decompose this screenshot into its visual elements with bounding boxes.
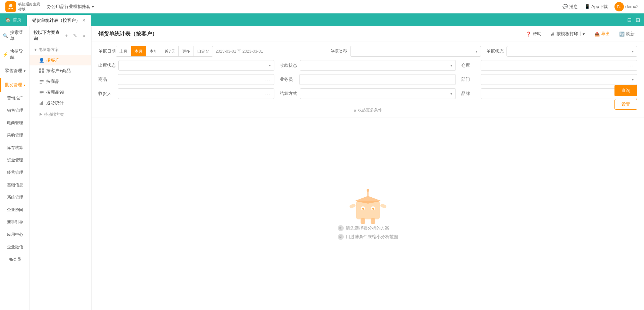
desktop-section-title[interactable]: ▼ 电脑端方案 xyxy=(30,45,91,55)
date-tab-this-month[interactable]: 本月 xyxy=(131,46,146,56)
settlement-select[interactable]: ▾ xyxy=(300,88,456,99)
brand-filter: 品牌 ··· xyxy=(461,88,637,99)
salesperson-filter: 业务员 ··· xyxy=(280,74,456,85)
collapse-sidebar-button[interactable]: « xyxy=(80,32,87,39)
help-button[interactable]: ❓ 帮助 xyxy=(523,30,544,38)
date-tab-this-year[interactable]: 本年 xyxy=(146,46,161,56)
doc-status-select[interactable]: ▾ xyxy=(506,46,637,57)
template-dropdown-icon[interactable]: ▾ xyxy=(583,32,585,37)
brand-select[interactable]: ··· xyxy=(481,88,637,99)
help-icon: ❓ xyxy=(526,32,531,37)
sidebar-item-wechat[interactable]: 企业微信 xyxy=(0,241,29,253)
edit-scheme-button[interactable]: ✎ xyxy=(72,32,78,39)
sidebar-item-retail[interactable]: 零售管理 ▾ xyxy=(0,64,29,78)
sidebar-item-ecommerce[interactable]: 电商管理 xyxy=(0,117,29,129)
empty-hint-1: ① 请先选择要分析的方案 xyxy=(338,225,389,231)
date-tab-last-7-days[interactable]: 近7天 xyxy=(161,46,179,56)
export-button[interactable]: 📤 导出 xyxy=(592,30,612,38)
warehouse-select[interactable]: ··· xyxy=(481,60,637,71)
svg-rect-23 xyxy=(361,218,365,224)
message-action[interactable]: 💬 消息 xyxy=(562,4,578,10)
sidebar-item-enterprise[interactable]: 企业协同 xyxy=(0,204,29,216)
refresh-button[interactable]: 🔄 刷新 xyxy=(616,30,637,38)
sidebar-item-finance[interactable]: 资金管理 xyxy=(0,154,29,166)
sidebar-item-inventory[interactable]: 库存核算 xyxy=(0,142,29,154)
collapse-conditions-button[interactable]: ∧ 收起更多条件 xyxy=(350,106,386,114)
refresh-icon: 🔄 xyxy=(619,32,625,37)
sidebar-item-basic[interactable]: 基础信息 xyxy=(0,179,29,191)
product-select[interactable]: ··· xyxy=(118,74,274,85)
date-tab-last-month[interactable]: 上月 xyxy=(116,46,131,56)
receipt-status-select[interactable]: ▾ xyxy=(300,60,456,71)
date-tab-more[interactable]: 更多 xyxy=(179,46,194,56)
sidebar-item-search-menu[interactable]: 🔍 搜索菜单 xyxy=(0,26,29,45)
settings-button[interactable]: 设置 xyxy=(614,99,637,110)
tab-home[interactable]: 🏠 首页 xyxy=(0,13,27,26)
tab-close-icon[interactable]: ✕ xyxy=(82,18,86,23)
sidebar-label-system: 系统管理 xyxy=(7,195,23,200)
logo-icon xyxy=(5,1,16,12)
svg-rect-7 xyxy=(40,83,42,84)
sidebar-item-wholesale[interactable]: 批发管理 ▴ xyxy=(0,78,29,92)
breadcrumb[interactable]: 办公用品行业模拟账套 ▾ xyxy=(47,4,94,10)
sidebar-item-marketing[interactable]: 营销推广 xyxy=(0,92,29,104)
sidebar-item-operations[interactable]: 经营管理 xyxy=(0,166,29,179)
add-scheme-button[interactable]: + xyxy=(63,32,70,39)
content-header: 销货单统计表（按客户） ❓ 帮助 🖨 按模板打印 ▾ 📤 导出 🔄 xyxy=(92,26,644,42)
home-icon: 🏠 xyxy=(5,17,11,22)
svg-rect-9 xyxy=(40,92,44,93)
out-status-arrow-icon: ▾ xyxy=(269,64,271,67)
empty-state: ① 请先选择要分析的方案 ② 用过滤条件来缩小分析范围 xyxy=(92,117,644,310)
doc-type-select[interactable]: ▾ xyxy=(350,46,481,57)
message-icon: 💬 xyxy=(562,4,568,9)
content-header-actions: ❓ 帮助 🖨 按模板打印 ▾ 📤 导出 🔄 刷新 xyxy=(523,30,637,38)
sidebar-item-purchase[interactable]: 采购管理 xyxy=(0,129,29,142)
department-select[interactable]: ▾ xyxy=(481,74,637,85)
template-print-button[interactable]: 🖨 按模板打印 ▾ xyxy=(548,30,588,38)
tab-maximize-icon[interactable]: ⊞ xyxy=(636,17,640,23)
sidebar-label-basic: 基础信息 xyxy=(7,182,23,188)
wholesale-arrow-icon: ▴ xyxy=(24,83,25,87)
sidebar-label-member: 畅会员 xyxy=(9,257,21,262)
out-status-select[interactable]: ▾ xyxy=(118,60,274,71)
svg-rect-24 xyxy=(371,218,375,224)
receipt-status-filter: 收款状态 ▾ xyxy=(280,60,456,71)
scheme-return-stats[interactable]: 退货统计 xyxy=(30,98,91,108)
receiver-select[interactable]: ··· xyxy=(118,88,274,99)
sidebar-item-system[interactable]: 系统管理 xyxy=(0,191,29,204)
tab-minimize-icon[interactable]: ⊟ xyxy=(627,17,632,23)
quick-nav-icon: ⚡ xyxy=(3,52,8,57)
user-action[interactable]: Ea demo2 xyxy=(614,2,639,11)
desktop-scheme-section: ▼ 电脑端方案 👤 按客户 按客户+商品 xyxy=(30,45,91,108)
salesperson-select[interactable]: ··· xyxy=(299,74,456,85)
app-download-action[interactable]: 📱 App下载 xyxy=(585,4,608,10)
query-button[interactable]: 查询 xyxy=(614,85,637,96)
scheme-by-product[interactable]: 按商品 xyxy=(30,76,91,87)
mobile-scheme-section[interactable]: ▶ 移动端方案 xyxy=(30,110,91,119)
sidebar-label-inventory: 库存核算 xyxy=(7,145,23,151)
receiver-dots-icon: ··· xyxy=(265,91,271,96)
tab-sales-stat[interactable]: 销货单统计表（按客户） ✕ xyxy=(27,15,91,26)
scheme-by-customer-product[interactable]: 按客户+商品 xyxy=(30,65,91,76)
sidebar-item-app-center[interactable]: 应用中心 xyxy=(0,228,29,241)
doc-status-filter: 单据状态 ▾ xyxy=(486,46,637,57)
salesperson-dots-icon: ··· xyxy=(446,77,452,82)
sidebar-item-newbie[interactable]: 新手引导 xyxy=(0,216,29,228)
sidebar-item-quick-nav[interactable]: ⚡ 快捷导航 xyxy=(0,45,29,64)
scheme-by-customer[interactable]: 👤 按客户 xyxy=(30,55,91,65)
sidebar-item-member[interactable]: 畅会员 xyxy=(0,253,29,266)
sidebar-item-sales[interactable]: 销售管理 xyxy=(0,104,29,117)
sidebar-label-marketing: 营销推广 xyxy=(7,95,23,101)
content-area: 销货单统计表（按客户） ❓ 帮助 🖨 按模板打印 ▾ 📤 导出 🔄 xyxy=(92,26,644,310)
export-icon: 📤 xyxy=(594,32,600,37)
print-icon: 🖨 xyxy=(551,32,555,37)
sidebar-label-enterprise: 企业协同 xyxy=(7,207,23,213)
svg-rect-4 xyxy=(42,71,44,73)
date-tab-custom[interactable]: 自定义 xyxy=(194,46,213,56)
scheme-by-product-99[interactable]: 按商品99 xyxy=(30,87,91,98)
tab-bar-right: ⊟ ⊞ xyxy=(627,13,644,26)
svg-rect-14 xyxy=(356,201,380,219)
receiver-filter: 收货人 ··· xyxy=(98,88,274,99)
svg-rect-6 xyxy=(40,82,44,82)
sidebar-label-finance: 资金管理 xyxy=(7,157,23,163)
